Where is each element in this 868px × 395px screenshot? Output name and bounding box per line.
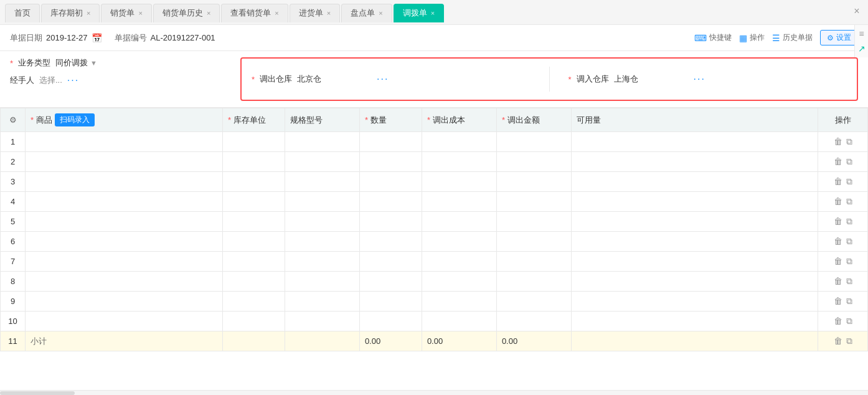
- delete-icon[interactable]: 🗑: [834, 296, 842, 307]
- shortcut-button[interactable]: ⌨ 快捷键: [694, 32, 732, 43]
- cost-cell[interactable]: [422, 132, 496, 152]
- copy-icon[interactable]: ⧉: [846, 156, 852, 167]
- tab-sales-history-close[interactable]: ×: [207, 9, 210, 17]
- delete-icon[interactable]: 🗑: [834, 196, 842, 207]
- delete-icon[interactable]: 🗑: [834, 216, 842, 227]
- qty-cell[interactable]: [359, 132, 422, 152]
- tab-view-sales-close[interactable]: ×: [275, 9, 278, 17]
- amount-cell[interactable]: [496, 132, 571, 152]
- copy-icon[interactable]: ⧉: [846, 216, 852, 227]
- amount-cell[interactable]: [496, 212, 571, 232]
- product-cell[interactable]: [26, 132, 223, 152]
- tab-inventory-check-close[interactable]: ×: [379, 9, 382, 17]
- delete-icon[interactable]: 🗑: [834, 136, 842, 147]
- sidebar-export-icon[interactable]: ↗: [856, 42, 868, 55]
- qty-cell[interactable]: [359, 232, 422, 252]
- handler-more-icon[interactable]: ···: [67, 75, 79, 86]
- amount-cell[interactable]: [496, 312, 571, 331]
- spec-cell[interactable]: [285, 252, 359, 272]
- tab-sales-order-close[interactable]: ×: [138, 9, 142, 17]
- spec-cell[interactable]: [285, 152, 359, 172]
- amount-cell[interactable]: [496, 252, 571, 272]
- tab-transfer-order-close[interactable]: ×: [431, 9, 435, 17]
- amount-cell[interactable]: [496, 172, 571, 192]
- handler-input[interactable]: 选择...: [39, 75, 62, 86]
- spec-cell[interactable]: [285, 172, 359, 192]
- unit-cell[interactable]: [222, 152, 285, 172]
- amount-cell[interactable]: [496, 232, 571, 252]
- available-cell[interactable]: [571, 172, 818, 192]
- qty-cell[interactable]: [359, 172, 422, 192]
- qty-cell[interactable]: [359, 192, 422, 212]
- calendar-icon[interactable]: 📅: [92, 33, 102, 43]
- cost-cell[interactable]: [422, 212, 496, 232]
- unit-cell[interactable]: [222, 232, 285, 252]
- spec-cell[interactable]: [285, 212, 359, 232]
- product-cell[interactable]: [26, 272, 223, 292]
- sidebar-list-icon[interactable]: ≡: [856, 27, 868, 40]
- settings-button[interactable]: ⚙ 设置: [820, 30, 858, 45]
- product-cell[interactable]: [26, 252, 223, 272]
- cost-cell[interactable]: [422, 312, 496, 331]
- tab-transfer-order[interactable]: 调拨单 ×: [394, 4, 444, 22]
- tab-inventory-init[interactable]: 库存期初 ×: [41, 4, 100, 22]
- available-cell[interactable]: [571, 252, 818, 272]
- product-cell[interactable]: [26, 152, 223, 172]
- delete-icon[interactable]: 🗑: [834, 256, 842, 267]
- unit-cell[interactable]: [222, 312, 285, 331]
- available-cell[interactable]: [571, 312, 818, 331]
- copy-icon[interactable]: ⧉: [846, 316, 852, 326]
- available-cell[interactable]: [571, 192, 818, 212]
- history-button[interactable]: ☰ 历史单据: [772, 32, 813, 43]
- tab-sales-order[interactable]: 销货单 ×: [101, 4, 151, 22]
- qty-cell[interactable]: [359, 312, 422, 331]
- available-cell[interactable]: [571, 132, 818, 152]
- tab-inventory-init-close[interactable]: ×: [87, 9, 90, 17]
- unit-cell[interactable]: [222, 192, 285, 212]
- available-cell[interactable]: [571, 232, 818, 252]
- qty-cell[interactable]: [359, 152, 422, 172]
- copy-icon[interactable]: ⧉: [846, 176, 852, 187]
- delete-icon[interactable]: 🗑: [834, 176, 842, 187]
- qty-cell[interactable]: [359, 272, 422, 292]
- cost-cell[interactable]: [422, 272, 496, 292]
- scrollbar-thumb[interactable]: [0, 391, 75, 395]
- amount-cell[interactable]: [496, 152, 571, 172]
- copy-icon[interactable]: ⧉: [846, 136, 852, 147]
- unit-cell[interactable]: [222, 252, 285, 272]
- copy-icon[interactable]: ⧉: [846, 236, 852, 247]
- copy-icon[interactable]: ⧉: [846, 296, 852, 307]
- window-close-button[interactable]: ×: [851, 5, 863, 17]
- product-cell[interactable]: [26, 292, 223, 312]
- cost-cell[interactable]: [422, 192, 496, 212]
- amount-cell[interactable]: [496, 292, 571, 312]
- copy-icon[interactable]: ⧉: [846, 336, 852, 346]
- tab-inventory-check[interactable]: 盘点单 ×: [341, 4, 392, 22]
- delete-icon[interactable]: 🗑: [834, 156, 842, 167]
- horizontal-scrollbar[interactable]: [0, 390, 868, 395]
- copy-icon[interactable]: ⧉: [846, 276, 852, 287]
- unit-cell[interactable]: [222, 272, 285, 292]
- gear-icon[interactable]: ⚙: [9, 115, 17, 125]
- qty-cell[interactable]: [359, 252, 422, 272]
- product-cell[interactable]: [26, 312, 223, 331]
- product-cell[interactable]: [26, 212, 223, 232]
- amount-cell[interactable]: [496, 192, 571, 212]
- copy-icon[interactable]: ⧉: [846, 256, 852, 267]
- spec-cell[interactable]: [285, 232, 359, 252]
- product-cell[interactable]: [26, 232, 223, 252]
- spec-cell[interactable]: [285, 292, 359, 312]
- available-cell[interactable]: [571, 292, 818, 312]
- cost-cell[interactable]: [422, 292, 496, 312]
- spec-cell[interactable]: [285, 272, 359, 292]
- available-cell[interactable]: [571, 152, 818, 172]
- amount-cell[interactable]: [496, 272, 571, 292]
- scan-button[interactable]: 扫码录入: [55, 113, 95, 126]
- tab-home[interactable]: 首页: [5, 4, 40, 22]
- transfer-in-more-icon[interactable]: ···: [694, 74, 705, 85]
- delete-icon[interactable]: 🗑: [834, 336, 842, 346]
- tab-purchase-order-close[interactable]: ×: [327, 9, 331, 17]
- spec-cell[interactable]: [285, 312, 359, 331]
- cost-cell[interactable]: [422, 172, 496, 192]
- unit-cell[interactable]: [222, 292, 285, 312]
